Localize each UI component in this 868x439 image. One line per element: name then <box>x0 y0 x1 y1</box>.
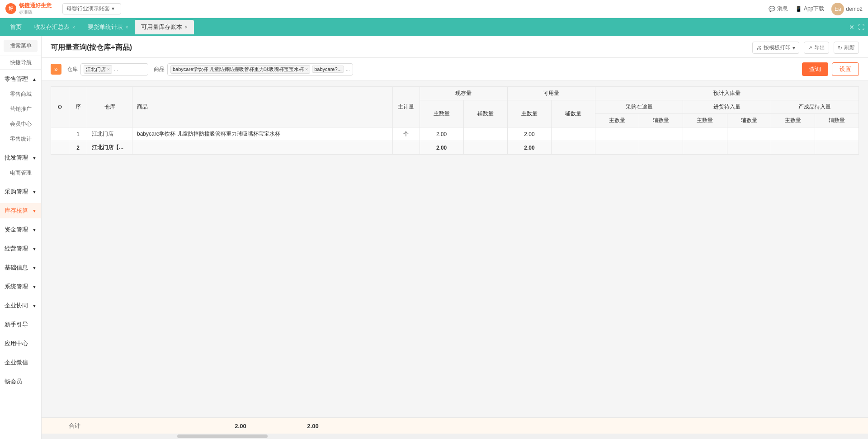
maximize-icon[interactable]: ⛶ <box>858 24 864 31</box>
table-area: ⚙ 序 仓库 商品 主计量 现存量 可用量 预计入库量 主数量 辅数量 主数量 <box>42 81 868 417</box>
row1-stock-aux <box>463 127 507 141</box>
page-header-actions: 🖨 按模板打印 ▾ ↗ 导出 ↻ 刷新 <box>752 42 859 54</box>
footer-avail-main: 2.00 <box>295 423 331 430</box>
refresh-button[interactable]: ↻ 刷新 <box>834 42 859 54</box>
col-subheader-stock-main: 主数量 <box>420 100 463 127</box>
filter-expand-button[interactable]: » <box>51 64 61 75</box>
sidebar-section-inventory-header[interactable]: 库存核算 ▼ <box>0 203 41 218</box>
sidebar-section-purchase-header[interactable]: 采购管理 ▼ <box>0 184 41 199</box>
row1-purchase-aux <box>639 127 683 141</box>
industry-selector[interactable]: 母婴行业演示账套 ▾ <box>62 3 121 14</box>
row2-prod-aux <box>815 141 859 155</box>
message-label: 消息 <box>777 5 788 13</box>
sidebar-section-inventory: 库存核算 ▼ <box>0 201 41 220</box>
warehouse-tag-jiangbei: 江北门店 × <box>84 65 112 74</box>
footer-avail-aux <box>331 423 367 430</box>
close-window-icon[interactable]: ✕ <box>849 24 854 31</box>
sidebar-section-basic: 基础信息 ▼ <box>0 258 41 277</box>
top-bar-right: 💬 消息 📱 App下载 Ea demo2 <box>769 3 863 15</box>
chevron-down-icon: ▼ <box>32 156 37 160</box>
tab-available-label: 可用量库存账本 <box>141 23 182 31</box>
product-tag-remove[interactable]: × <box>305 67 308 72</box>
sidebar-section-wholesale: 批发管理 ▼ 电商管理 <box>0 148 41 182</box>
sidebar-section-retail-header[interactable]: 零售管理 ▲ <box>0 71 41 87</box>
print-button[interactable]: 🖨 按模板打印 ▾ <box>752 42 799 54</box>
sidebar-item-members[interactable]: 会员中心 <box>0 117 41 132</box>
search-menu-button[interactable]: 搜索菜单 <box>4 40 38 52</box>
col-header-no: 序 <box>69 87 87 127</box>
row1-product: babycare学饮杯 儿童防摔防撞吸管杯重力球吸嘴杯宝宝水杯 <box>132 127 393 141</box>
page-title: 可用量查询(按仓库+商品) <box>51 43 132 52</box>
col-subheader-avail-main: 主数量 <box>507 100 551 127</box>
warehouse-tag-remove[interactable]: × <box>107 67 110 72</box>
product-tag-area[interactable]: babycare学饮杯 儿童防摔防撞吸管杯重力球吸嘴杯宝宝水杯 × babyca… <box>167 63 353 76</box>
tab-available-close[interactable]: × <box>185 25 188 30</box>
user-area[interactable]: Ea demo2 <box>831 3 863 15</box>
app-download-button[interactable]: 📱 App下载 <box>795 5 824 13</box>
sidebar-section-member-header[interactable]: 畅会员 <box>0 374 41 389</box>
col-header-available: 可用量 <box>507 87 595 100</box>
sidebar-purchase-label: 采购管理 <box>5 188 28 196</box>
tab-receipt[interactable]: 收发存汇总表 × <box>28 20 81 34</box>
sidebar-section-appstore-header[interactable]: 应用中心 <box>0 336 41 351</box>
setting-button[interactable]: 设置 <box>832 62 859 76</box>
logo-text-area: 畅捷通好生意 标准版 <box>19 2 52 15</box>
col-subheader-purchase-transit: 采购在途量 <box>595 100 683 114</box>
sidebar-section-enterprise-header[interactable]: 企业协同 ▼ <box>0 298 41 313</box>
product-filter-group: 商品 babycare学饮杯 儿童防摔防撞吸管杯重力球吸嘴杯宝宝水杯 × bab… <box>154 63 353 76</box>
chevron-up-icon: ▲ <box>32 77 37 82</box>
sidebar-section-system-header[interactable]: 系统管理 ▼ <box>0 279 41 294</box>
export-button[interactable]: ↗ 导出 <box>804 42 829 54</box>
warehouse-more-indicator[interactable]: ... <box>114 66 118 72</box>
col-subheader-purchase-main: 主数量 <box>595 114 639 127</box>
tab-order[interactable]: 要货单统计表 × <box>81 20 135 34</box>
sidebar-section-wholesale-header[interactable]: 批发管理 ▼ <box>0 150 41 165</box>
col-subheader-inbound-pending: 进货待入量 <box>683 100 771 114</box>
print-label: 按模板打印 <box>764 44 791 52</box>
sidebar-operation-label: 经营管理 <box>5 245 28 253</box>
product-tag-babycare2: babycare?... <box>312 66 344 73</box>
sidebar-enterprise-label: 企业协同 <box>5 302 28 310</box>
tab-order-close[interactable]: × <box>126 25 128 30</box>
sidebar-section-guide-header[interactable]: 新手引导 <box>0 317 41 332</box>
sidebar-section-finance-header[interactable]: 资金管理 ▼ <box>0 222 41 237</box>
tab-bar-actions: ✕ ⛶ <box>849 24 864 31</box>
product-more-indicator[interactable]: ... <box>346 66 350 72</box>
row2-stock-main: 2.00 <box>420 141 463 155</box>
tab-available[interactable]: 可用量库存账本 × <box>135 20 194 34</box>
col-subheader-production-pending: 产成品待入量 <box>771 100 859 114</box>
footer-values: 2.00 2.00 <box>222 423 859 430</box>
query-button[interactable]: 查询 <box>802 62 828 76</box>
table-row: 2 江北门店【... 2.00 2.00 <box>51 141 859 155</box>
col-header-stock: 现存量 <box>420 87 507 100</box>
tab-receipt-close[interactable]: × <box>72 25 75 30</box>
sidebar-item-retail-stats[interactable]: 零售统计 <box>0 132 41 146</box>
tab-bar: 首页 收发存汇总表 × 要货单统计表 × 可用量库存账本 × ✕ ⛶ <box>0 18 868 36</box>
row1-stock-main: 2.00 <box>420 127 463 141</box>
sidebar-item-ecommerce[interactable]: 电商管理 <box>0 165 41 180</box>
sidebar-section-basic-header[interactable]: 基础信息 ▼ <box>0 260 41 275</box>
horizontal-scrollbar[interactable] <box>42 434 868 439</box>
sidebar-item-marketing[interactable]: 营销推广 <box>0 102 41 117</box>
sidebar-item-retail-store[interactable]: 零售商城 <box>0 87 41 102</box>
product-tag2-text: babycare?... <box>314 66 342 72</box>
mobile-icon: 📱 <box>795 6 802 12</box>
sidebar-retail-label: 零售管理 <box>5 75 28 83</box>
sidebar-wholesale-label: 批发管理 <box>5 154 28 162</box>
sidebar-appstore-label: 应用中心 <box>5 340 28 348</box>
footer-total-label: 合计 <box>51 422 222 430</box>
message-button[interactable]: 💬 消息 <box>769 5 788 13</box>
chevron-down-icon7: ▼ <box>32 284 37 289</box>
product-tag-babycare: babycare学饮杯 儿童防摔防撞吸管杯重力球吸嘴杯宝宝水杯 × <box>170 65 310 74</box>
warehouse-tag-text: 江北门店 <box>86 66 106 73</box>
row2-inbound-aux <box>727 141 771 155</box>
scrollbar-thumb[interactable] <box>177 434 268 438</box>
sidebar-section-operation-header[interactable]: 经营管理 ▼ <box>0 241 41 256</box>
row1-unit: 个 <box>392 127 420 141</box>
warehouse-tag-area[interactable]: 江北门店 × ... <box>80 63 148 76</box>
gear-icon[interactable]: ⚙ <box>57 104 62 110</box>
tab-home[interactable]: 首页 <box>4 20 28 34</box>
sidebar-section-operation: 经营管理 ▼ <box>0 239 41 258</box>
quick-nav-button[interactable]: 快捷导航 <box>0 56 41 70</box>
sidebar-section-wechat-header[interactable]: 企业微信 <box>0 355 41 370</box>
